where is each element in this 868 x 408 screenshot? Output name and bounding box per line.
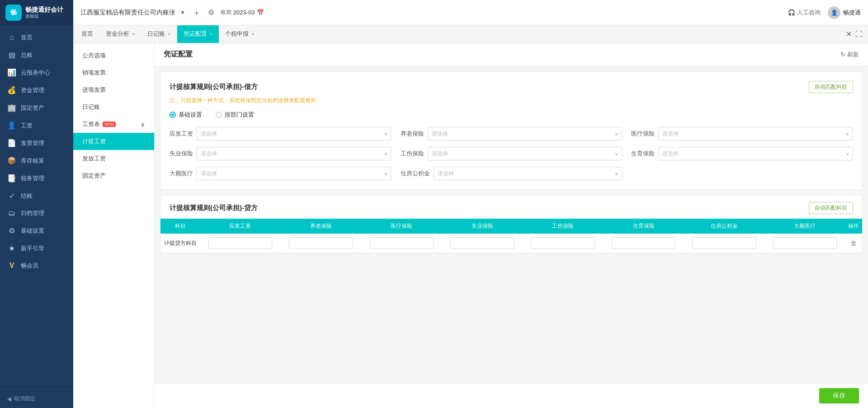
nav-item-public[interactable]: 公共选项 [73,47,154,64]
credit-auto-match-btn[interactable]: 自动匹配科目 [809,202,853,214]
funds-icon: 💰 [7,86,16,94]
field-placeholder-gongshang: 请选择 [432,150,615,158]
maximize-icon[interactable]: ⛶ [855,30,863,38]
company-dropdown-icon[interactable]: ▼ [180,9,185,16]
fixed-icon: 🏢 [7,103,16,112]
delete-icon[interactable]: 🗑 [850,239,857,247]
input-daejia[interactable] [773,237,837,249]
cell-shiye-input[interactable] [442,234,522,253]
sidebar-item-guide[interactable]: ★ 新手引导 [0,239,73,257]
input-yanglao[interactable] [289,237,353,249]
tab-home[interactable]: 首页 [75,25,99,43]
input-yifa[interactable] [208,237,272,249]
cell-yifa-input[interactable] [200,234,280,253]
nav-item-journal[interactable]: 日记账 [73,98,154,116]
tab-voucher-close-icon[interactable]: × [210,31,212,37]
col-shengyu: 生育保险 [603,219,684,234]
cell-daejia-input[interactable] [764,234,845,253]
field-select-shengyu[interactable]: 请选择 ∨ [658,147,853,160]
sidebar-item-settings[interactable]: ⚙ 基础设置 [0,222,73,239]
nav-item-fixed-assets[interactable]: 固定资产 [73,167,154,184]
sidebar-item-inventory[interactable]: 📦 库存核算 [0,152,73,169]
tab-funds[interactable]: 资金分析 × [99,25,141,43]
field-select-yanglao[interactable]: 请选择 ∨ [428,127,623,141]
credit-section-title: 计提核算规则(公司承担)-贷方 [170,204,258,212]
user-menu[interactable]: 👤 畅捷通 [828,6,861,19]
settings-gear-icon[interactable]: ⚙ [208,8,214,17]
nav-item-accrual[interactable]: 计提工资 [73,133,154,150]
main-area: 江西服宝精品有限责任公司内账张 ▼ ＋ ⚙ 账期 2023-03 📅 🎧 人工咨… [73,0,868,408]
sidebar-item-funds[interactable]: 💰 资金管理 [0,81,73,99]
sidebar-item-reports[interactable]: 📊 云报表中心 [0,64,73,81]
cell-yiliao-input[interactable] [361,234,442,253]
field-shiye-baoxian: 失业保险 请选择 ∨ [170,147,392,160]
sidebar-item-fixed[interactable]: 🏢 固定资产 [0,99,73,117]
field-placeholder-shengyu: 请选择 [662,150,846,158]
input-gongshang[interactable] [531,237,594,249]
input-zhufang[interactable] [692,237,756,249]
field-select-yifa[interactable]: 请选择 ∨ [197,127,392,141]
cell-gongshang-input[interactable] [523,234,603,253]
nav-item-payroll[interactable]: 发放工资 [73,150,154,167]
cell-shengyu-input[interactable] [603,234,684,253]
col-daejia: 大额医疗 [764,219,845,234]
field-select-daejia[interactable]: 请选择 ∨ [197,167,392,180]
sidebar-item-label: 畅会员 [21,262,38,270]
radio-dept[interactable]: 按部门设置 [216,111,254,119]
field-daejia-yiliao: 大额医疗 请选择 ∨ [170,167,392,180]
sidebar-item-vip[interactable]: V 畅会员 [0,257,73,274]
cell-subject-label: 计提贷方科目 [160,234,200,253]
debit-fields-grid: 应发工资 请选择 ∨ 养老保险 请选择 ∨ 医疗 [170,127,853,180]
field-label-zhufang: 住房公积金 [401,169,430,178]
tab-tax-close-icon[interactable]: × [251,31,254,37]
debit-section-note: 注：只能选择一种方式，系统将按照您当前的选择来配置规则 [170,97,853,104]
credit-table: 科目 应发工资 养老保险 医疗保险 失业保险 工伤保险 生育保险 住房公积金 大… [160,219,862,253]
reports-icon: 📊 [7,68,16,77]
field-select-yiliao[interactable]: 请选择 ∨ [658,127,853,141]
refresh-btn[interactable]: ↻ 刷新 [840,51,859,59]
cell-zhufang-input[interactable] [684,234,764,253]
sidebar-item-label: 首页 [21,33,33,42]
tabs-actions: ✕ ⛶ [846,25,866,43]
nav-item-sales[interactable]: 销项发票 [73,64,154,81]
sidebar-item-archive[interactable]: 🗂 归档管理 [0,205,73,222]
sidebar-item-tax[interactable]: 📑 税务管理 [0,169,73,187]
input-shiye[interactable] [450,237,514,249]
col-gongshang: 工伤保险 [523,219,603,234]
cancel-fixed-btn[interactable]: ◀ 取消固定 [0,389,73,408]
field-select-shiye[interactable]: 请选择 ∨ [197,147,392,160]
close-window-icon[interactable]: ✕ [846,30,852,38]
radio-basic-circle [170,112,176,118]
debit-auto-match-btn[interactable]: 自动匹配科目 [809,81,853,93]
cell-yanglao-input[interactable] [281,234,361,253]
sidebar-item-closing[interactable]: ✓ 结账 [0,187,73,205]
cancel-fixed-label: 取消固定 [14,395,36,403]
sidebar-item-invoice[interactable]: 📄 发票管理 [0,134,73,152]
calendar-icon[interactable]: 📅 [257,9,264,16]
support-btn[interactable]: 🎧 人工咨询 [788,9,821,17]
tab-tax[interactable]: 个税申报 × [219,25,260,43]
radio-basic[interactable]: 基础设置 [170,111,202,119]
dropdown-arrow-icon: ∨ [846,131,849,136]
tab-voucher[interactable]: 凭证配置 × [177,25,219,43]
field-yifa-gongzi: 应发工资 请选择 ∨ [170,127,392,141]
nav-item-salary-table[interactable]: 工资表 NEW ∨ [73,116,154,133]
add-company-btn[interactable]: ＋ [190,7,203,18]
tab-funds-close-icon[interactable]: × [132,31,135,37]
credit-section-header: 计提核算规则(公司承担)-贷方 自动匹配科目 [160,196,862,219]
nav-item-purchase[interactable]: 进项发票 [73,81,154,98]
tab-journal-label: 日记账 [147,30,165,38]
input-shengyu[interactable] [612,237,675,249]
sidebar-item-label: 资金管理 [21,86,44,94]
sidebar-item-ledger[interactable]: ▤ 总账 [0,46,73,64]
field-select-zhufang[interactable]: 请选择 ∨ [434,167,623,180]
sidebar-item-home[interactable]: ⌂ 首页 [0,29,73,46]
tab-journal[interactable]: 日记账 × [141,25,177,43]
tab-journal-close-icon[interactable]: × [168,31,170,37]
avatar: 👤 [828,6,840,19]
input-yiliao[interactable] [370,237,434,249]
sidebar-item-salary[interactable]: 👤 工资 [0,117,73,134]
table-header-row: 科目 应发工资 养老保险 医疗保险 失业保险 工伤保险 生育保险 住房公积金 大… [160,219,862,234]
field-select-gongshang[interactable]: 请选择 ∨ [428,147,623,160]
save-button[interactable]: 保存 [819,388,859,403]
